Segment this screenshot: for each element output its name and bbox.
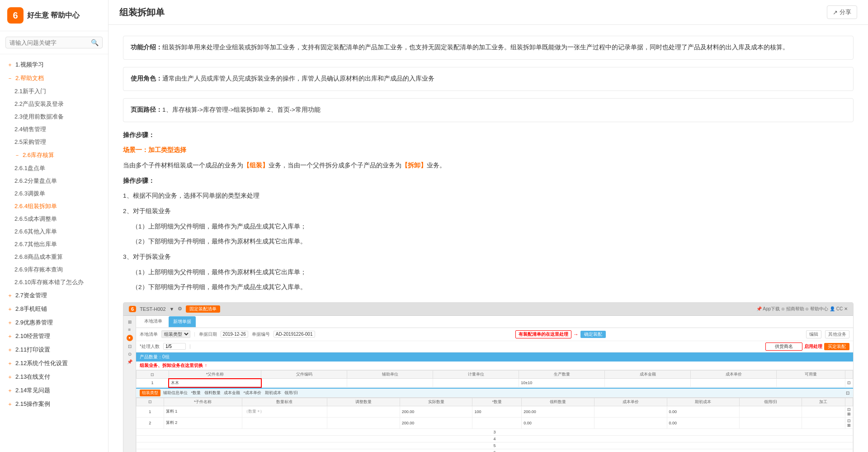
ops-title: 操作步骤： <box>123 132 155 138</box>
path-box: 页面路径：1、库存核算->库存管理->组装拆卸单 2、首页->常用功能 <box>123 98 854 122</box>
sidebar-item-settings[interactable]: ＋ 2.12系统个性化设置 <box>0 357 108 370</box>
top-bar: 组装拆卸单 ↗ 分享 <box>108 0 868 25</box>
annotation-arrow-up: ↑ <box>205 363 207 368</box>
sidebar-item-print-label: 2.11打印设置 <box>15 346 50 354</box>
sidebar-item-other-out[interactable]: 2.6.7其他出库单 <box>0 238 108 251</box>
mock-enable-box: 供货商名 <box>765 343 802 351</box>
plus-icon-10: ＋ <box>7 400 13 408</box>
mock-icon-home: ⊞ <box>128 319 132 324</box>
annotation-assembly-text: 有装配清单的在这里处理 <box>515 330 571 338</box>
plus-icon-3: ＋ <box>7 305 13 313</box>
sidebar-item-payment[interactable]: ＋ 2.13在线支付 <box>0 370 108 384</box>
sidebar-item-helpdoc[interactable]: － 2.帮助文档 <box>0 71 108 85</box>
mock-tab-local: 本地清单 <box>140 316 167 328</box>
search-icon[interactable]: 🔍 <box>91 39 99 46</box>
sidebar-item-install[interactable]: 2.2产品安装及登录 <box>0 98 108 110</box>
sidebar-item-transfer[interactable]: 2.6.3调拨单 <box>0 187 108 200</box>
sidebar-item-print[interactable]: ＋ 2.11打印设置 <box>0 343 108 357</box>
plus-icon-9: ＋ <box>7 387 13 395</box>
path-text: 1、库存核算->库存管理->组装拆卸单 2、首页->常用功能 <box>162 106 321 113</box>
sidebar-item-coupon[interactable]: ＋ 2.9优惠券管理 <box>0 316 108 329</box>
mock-icon-settings2: ⊙ <box>128 352 132 357</box>
mock-btn-close: 其他业务 <box>825 330 849 338</box>
sidebar-item-cases-label: 2.15操作案例 <box>15 400 50 408</box>
mock-label-billno: 单据编号 <box>252 331 270 338</box>
sidebar-item-payment-label: 2.13在线支付 <box>15 373 50 381</box>
mock-person-input[interactable] <box>163 343 186 350</box>
operations-content: 操作步骤： 场景一：加工类型选择 当由多个子件材料组装成一个成品的业务为【组装】… <box>123 129 854 293</box>
screenshot-app-icon: 6 <box>129 306 136 312</box>
intro-text: 组装拆卸单用来处理企业组装或拆卸等加工业务，支持有固定装配清单的产品加工业务，也… <box>162 44 789 51</box>
role-box: 使用角色：通常由生产人员或库管人员完成拆装业务的操作，库管人员确认原材料的出库和… <box>123 67 854 91</box>
content-area: 功能介绍：组装拆卸单用来处理企业组装或拆卸等加工业务，支持有固定装配清单的产品加… <box>108 25 868 452</box>
sidebar-item-partial-stock[interactable]: 2.6.2分量盘点单 <box>0 175 108 187</box>
mock-date-value: 2019-12-26 <box>221 331 248 338</box>
sidebar-item-ops[interactable]: ＋ 2.10经营管理 <box>0 329 108 343</box>
sidebar-item-other-in[interactable]: 2.6.6其他入库单 <box>0 225 108 238</box>
sidebar-item-faq[interactable]: ＋ 2.14常见问题 <box>0 384 108 397</box>
screenshot-app-id: TEST-H002 <box>140 306 165 312</box>
sidebar: 6 好生意 帮助中心 🔍 ＋ 1.视频学习 － 2.帮助文档 2.1新手入门 2… <box>0 0 108 452</box>
sidebar-item-inventory[interactable]: － 2.6库存核算 <box>0 148 108 162</box>
screenshot-btn-new: 固定装配清单 <box>186 305 220 313</box>
sidebar-item-video-label: 1.视频学习 <box>15 61 44 69</box>
mock-icon-pin: 📌 <box>127 359 132 364</box>
step2-sub2: （2）下部明细为子件明细，最终作为原材料生成其它出库单。 <box>123 236 854 247</box>
mock-lower-icon: ⊡ <box>846 390 849 395</box>
step2-sub1: （1）上部明细为父件明细，最终作为产成品生成其它入库单； <box>123 221 854 233</box>
plus-icon-6: ＋ <box>7 346 13 354</box>
plus-icon-8: ＋ <box>7 373 13 381</box>
sidebar-item-cost-adj[interactable]: 2.6.5成本调整单 <box>0 213 108 225</box>
scenario1-title: 场景一：加工类型选择 <box>123 147 186 153</box>
step3-sub2: （2）下部明细为子件明细，最终作为产成品生成其它入库单。 <box>123 281 854 293</box>
plus-icon-2: ＋ <box>7 292 13 300</box>
main-content: 组装拆卸单 ↗ 分享 功能介绍：组装拆卸单用来处理企业组装或拆卸等加工业务，支持… <box>108 0 868 452</box>
step3-sub1: （1）上部明细为父件明细，最终作为原材料生成其它出库单； <box>123 266 854 278</box>
sidebar-item-video[interactable]: ＋ 1.视频学习 <box>0 58 108 71</box>
mock-person-label: *处理人数 <box>140 343 160 350</box>
intro-label: 功能介绍： <box>131 44 162 51</box>
ops-steps-title: 操作步骤： <box>123 177 155 184</box>
mock-confirm-btn: 确定装配 <box>580 331 606 338</box>
search-area: 🔍 <box>0 31 108 54</box>
search-input[interactable] <box>9 39 91 46</box>
sidebar-item-assembly[interactable]: 2.6.4组装拆卸单 <box>0 200 108 213</box>
share-button[interactable]: ↗ 分享 <box>827 5 857 19</box>
sidebar-item-stocktake[interactable]: 2.6.1盘点单 <box>0 162 108 175</box>
search-box[interactable]: 🔍 <box>5 37 103 48</box>
sidebar-item-inventory-query[interactable]: 2.6.9库存账本查询 <box>0 263 108 276</box>
sidebar-item-sales[interactable]: 2.4销售管理 <box>0 123 108 136</box>
screenshot-container: 6 TEST-H002 ▼ ⚙ 固定装配清单 📌 App下载 ⊙ 招商帮助 ⊙ … <box>123 302 854 452</box>
plus-icon: ＋ <box>7 61 13 69</box>
mock-select-type[interactable]: 组装类型 <box>161 330 190 338</box>
plus-icon-4: ＋ <box>7 319 13 327</box>
step3: 3、对于拆装业务 <box>123 251 854 263</box>
screenshot-gear-icon: ⚙ <box>178 306 182 312</box>
sidebar-item-cases[interactable]: ＋ 2.15操作案例 <box>0 397 108 411</box>
sidebar-item-inventory-fix[interactable]: 2.6.10库存账本错了怎么办 <box>0 276 108 289</box>
logo-area: 6 好生意 帮助中心 <box>0 0 108 31</box>
page-title: 组装拆卸单 <box>119 6 165 19</box>
mock-save-btn: 买定装配 <box>824 343 849 350</box>
logo-text: 好生意 帮助中心 <box>27 11 80 20</box>
mock-lower-type: 组装类型 <box>140 390 160 396</box>
role-text: 通常由生产人员或库管人员完成拆装业务的操作，库管人员确认原材料的出库和产成品的入… <box>162 75 434 82</box>
sidebar-item-settings-label: 2.12系统个性化设置 <box>15 359 68 367</box>
plus-icon-5: ＋ <box>7 333 13 340</box>
mock-label-date: 单据日期 <box>199 331 217 338</box>
share-icon: ↗ <box>833 9 838 16</box>
sidebar-item-data-prep[interactable]: 2.3使用前数据准备 <box>0 110 108 123</box>
mock-label-type: 本地清单 <box>140 331 158 338</box>
share-label: 分享 <box>840 8 851 16</box>
sidebar-item-cost-recalc[interactable]: 2.6.8商品成本重算 <box>0 251 108 263</box>
screenshot-dropdown-icon: ▼ <box>170 306 175 312</box>
sidebar-item-newbie[interactable]: 2.1新手入门 <box>0 85 108 98</box>
path-label: 页面路径： <box>131 106 162 113</box>
role-label: 使用角色： <box>131 75 162 82</box>
sidebar-item-mobile[interactable]: ＋ 2.8手机旺铺 <box>0 302 108 316</box>
sidebar-item-mobile-label: 2.8手机旺铺 <box>15 305 47 313</box>
sidebar-item-ops-label: 2.10经营管理 <box>15 332 50 340</box>
sidebar-item-finance[interactable]: ＋ 2.7资金管理 <box>0 289 108 302</box>
sidebar-item-purchase[interactable]: 2.5采购管理 <box>0 136 108 148</box>
mock-type-label: 产品数量：0组 <box>140 354 170 360</box>
